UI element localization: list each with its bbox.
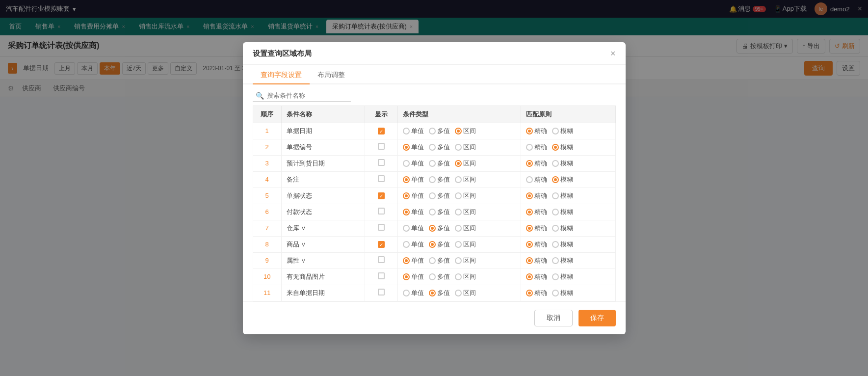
tab-query-fields[interactable]: 查询字段设置 (253, 67, 310, 84)
search-input[interactable] (267, 92, 345, 97)
tab-layout-adjust[interactable]: 布局调整 (310, 67, 353, 84)
search-icon: 🔍 (256, 92, 264, 98)
modal-header: 设置查询区域布局 × (243, 42, 626, 65)
modal-close-btn[interactable]: × (610, 49, 616, 58)
modal-tabs: 查询字段设置 布局调整 (243, 67, 626, 84)
search-input-wrap: 🔍 (253, 90, 351, 98)
settings-modal: 设置查询区域布局 × 查询字段设置 布局调整 🔍 顺序 (243, 42, 626, 98)
modal-search-area: 🔍 (243, 84, 626, 98)
modal-title: 设置查询区域布局 (253, 49, 312, 58)
modal-overlay: 设置查询区域布局 × 查询字段设置 布局调整 🔍 顺序 (0, 0, 868, 97)
